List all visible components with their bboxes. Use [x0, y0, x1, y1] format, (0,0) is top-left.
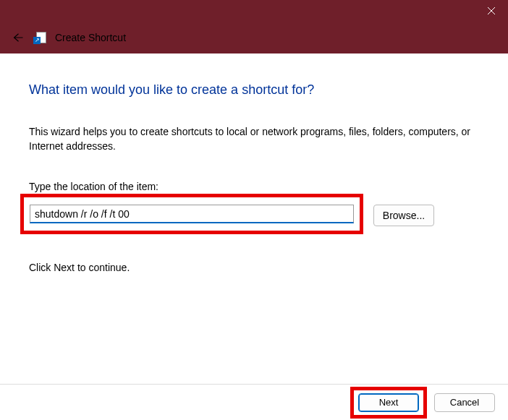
highlight-next-box: Next: [350, 387, 427, 419]
window-title: Create Shortcut: [55, 32, 126, 43]
titlebar: [0, 0, 508, 22]
back-button[interactable]: [7, 27, 27, 48]
highlight-input-box: [20, 194, 363, 234]
page-description: This wizard helps you to create shortcut…: [29, 125, 479, 153]
footer-bar: Next Cancel: [0, 384, 508, 420]
shortcut-icon: [35, 31, 48, 44]
location-label: Type the location of the item:: [29, 181, 479, 192]
location-input[interactable]: [30, 205, 354, 223]
wizard-content: What item would you like to create a sho…: [0, 53, 508, 384]
next-button[interactable]: Next: [358, 393, 419, 412]
location-row: Browse...: [29, 195, 479, 234]
continue-text: Click Next to continue.: [29, 262, 479, 273]
close-button[interactable]: [475, 0, 508, 22]
browse-button[interactable]: Browse...: [373, 205, 434, 226]
back-arrow-icon: [11, 31, 24, 44]
close-icon: [488, 7, 495, 14]
cancel-button[interactable]: Cancel: [434, 393, 495, 412]
header-bar: Create Shortcut: [0, 22, 508, 53]
page-heading: What item would you like to create a sho…: [29, 82, 479, 98]
